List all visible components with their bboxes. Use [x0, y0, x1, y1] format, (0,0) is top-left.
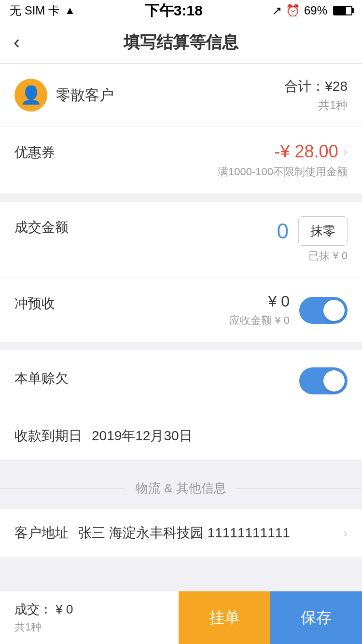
address-value: 张三 海淀永丰科技园 11111111111 — [78, 524, 290, 542]
coupon-discount: -¥ 28.00 — [275, 141, 338, 162]
coupon-desc: 满1000-100不限制使用金额 — [218, 165, 348, 179]
sim-status: 无 SIM 卡 — [10, 3, 60, 18]
prepayment-value: ¥ 0 — [229, 293, 290, 310]
prepayment-right: ¥ 0 应收金额 ¥ 0 — [72, 293, 348, 328]
customer-summary: 合计：¥28 共1种 — [284, 77, 348, 113]
credit-row: 本单赊欠 — [0, 350, 362, 412]
transaction-row: 成交金额 0 抹零 已抹 ¥ 0 — [0, 201, 362, 278]
address-section: 客户地址 张三 海淀永丰科技园 11111111111 › — [0, 509, 362, 557]
page-title: 填写结算等信息 — [124, 31, 238, 54]
address-chevron: › — [343, 525, 348, 541]
transaction-label: 成交金额 — [14, 216, 72, 237]
status-time: 下午3:18 — [145, 1, 203, 21]
toggle-knob — [323, 300, 345, 321]
avatar: 👤 — [14, 79, 47, 112]
prepayment-value-row: ¥ 0 应收金额 ¥ 0 — [229, 293, 348, 328]
summary-total: 合计：¥28 — [284, 77, 348, 96]
wifi-icon: ▲ — [65, 4, 75, 17]
credit-toggle[interactable] — [299, 367, 348, 394]
credit-toggle-container — [299, 367, 348, 394]
transaction-sub: 已抹 ¥ 0 — [308, 249, 348, 263]
due-date-value: 2019年12月30日 — [92, 427, 193, 445]
due-date-row: 收款到期日 2019年12月30日 — [0, 412, 362, 460]
customer-section: 👤 零散客户 合计：¥28 共1种 优惠券 -¥ 28.00 › 满1000-1… — [0, 64, 362, 194]
alarm-icon: ⏰ — [286, 4, 300, 17]
hold-button[interactable]: 挂单 — [179, 591, 270, 644]
bottom-transaction-value: ¥ 0 — [56, 602, 73, 616]
bottom-transaction-label: 成交： — [14, 602, 52, 616]
customer-row: 👤 零散客户 合计：¥28 共1种 — [0, 64, 362, 126]
nav-bar: ‹ 填写结算等信息 — [0, 21, 362, 64]
transaction-value-row: 0 抹零 — [277, 216, 348, 246]
coupon-right: -¥ 28.00 › 满1000-100不限制使用金额 — [72, 141, 348, 179]
battery-icon — [333, 6, 352, 15]
coupon-value-row: -¥ 28.00 › — [275, 141, 348, 162]
address-row[interactable]: 客户地址 张三 海淀永丰科技园 11111111111 › — [0, 509, 362, 557]
prepayment-values: ¥ 0 应收金额 ¥ 0 — [229, 293, 290, 328]
transaction-section: 成交金额 0 抹零 已抹 ¥ 0 冲预收 ¥ 0 应收金额 ¥ 0 — [0, 201, 362, 342]
location-icon: ↗ — [272, 4, 282, 17]
coupon-chevron: › — [343, 144, 348, 159]
bottom-buttons: 挂单 保存 — [179, 591, 362, 644]
logistics-label: 物流 & 其他信息 — [126, 480, 236, 497]
credit-label: 本单赊欠 — [14, 367, 72, 388]
status-right: ↗ ⏰ 69% — [272, 4, 352, 17]
due-date-label: 收款到期日 — [14, 427, 82, 445]
customer-left: 👤 零散客户 — [14, 79, 114, 112]
prepayment-toggle[interactable] — [299, 297, 348, 324]
bottom-bar: 成交： ¥ 0 共1种 挂单 保存 — [0, 591, 362, 644]
credit-section: 本单赊欠 收款到期日 2019年12月30日 — [0, 350, 362, 460]
coupon-row[interactable]: 优惠券 -¥ 28.00 › 满1000-100不限制使用金额 — [0, 126, 362, 194]
avatar-icon: 👤 — [20, 85, 42, 105]
prepayment-row: 冲预收 ¥ 0 应收金额 ¥ 0 — [0, 278, 362, 342]
logistics-divider: 物流 & 其他信息 — [0, 467, 362, 509]
content: 👤 零散客户 合计：¥28 共1种 优惠券 -¥ 28.00 › 满1000-1… — [0, 64, 362, 622]
prepayment-label: 冲预收 — [14, 293, 72, 313]
address-label: 客户地址 — [14, 524, 69, 542]
back-button[interactable]: ‹ — [14, 31, 20, 53]
coupon-label: 优惠券 — [14, 141, 72, 162]
battery-percent: 69% — [304, 4, 327, 17]
credit-toggle-knob — [323, 370, 345, 392]
bottom-count: 共1种 — [14, 620, 164, 634]
address-left: 客户地址 张三 海淀永丰科技园 11111111111 — [14, 524, 290, 542]
transaction-right: 0 抹零 已抹 ¥ 0 — [72, 216, 348, 263]
round-zero-button[interactable]: 抹零 — [298, 216, 348, 246]
customer-name: 零散客户 — [56, 85, 114, 105]
transaction-amount[interactable]: 0 — [277, 219, 289, 243]
summary-count: 共1种 — [284, 98, 348, 113]
bottom-info: 成交： ¥ 0 共1种 — [0, 601, 179, 634]
prepayment-sub: 应收金额 ¥ 0 — [229, 313, 290, 328]
status-left: 无 SIM 卡 ▲ — [10, 3, 75, 18]
bottom-transaction: 成交： ¥ 0 — [14, 601, 164, 618]
prepayment-toggle-container — [299, 297, 348, 324]
status-bar: 无 SIM 卡 ▲ 下午3:18 ↗ ⏰ 69% — [0, 0, 362, 21]
save-button[interactable]: 保存 — [270, 591, 362, 644]
